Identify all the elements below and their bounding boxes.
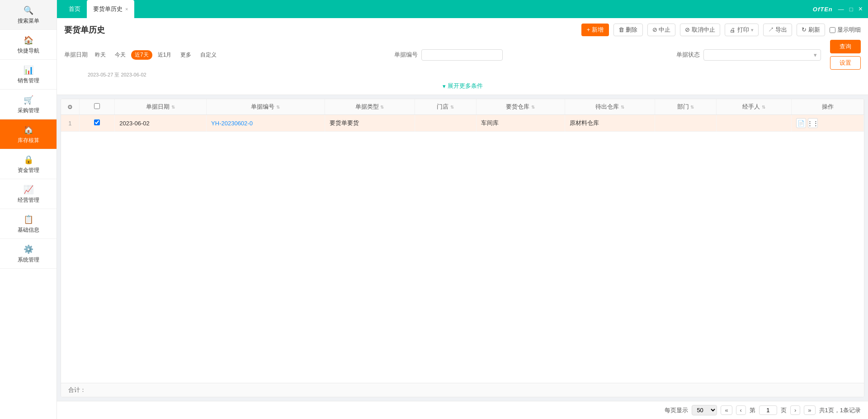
sidebar-item-system-mgmt[interactable]: ⚙️ 系统管理	[0, 239, 57, 269]
tab-order-history[interactable]: 要货单历史 ×	[87, 0, 134, 18]
sort-handler-icon[interactable]: ⇅	[762, 105, 765, 110]
order-no-link[interactable]: YH-20230602-0	[211, 120, 253, 127]
system-icon: ⚙️	[24, 244, 33, 254]
sort-date-icon[interactable]: ⇅	[171, 105, 175, 110]
status-filter-group: 单据状态 ▾	[676, 49, 821, 61]
inventory-icon: 🏠	[24, 125, 33, 135]
shortcut-more[interactable]: 更多	[177, 50, 195, 60]
row-action-icons: 📄 ⋮⋮	[796, 118, 859, 128]
row-checkbox-cell	[79, 115, 115, 132]
refresh-button[interactable]: ↻ 刷新	[797, 24, 825, 36]
status-select[interactable]: ▾	[703, 49, 821, 61]
print-button[interactable]: 🖨 🖨 打印 打印 ▾	[725, 24, 759, 36]
orders-table: ⚙ 单据日期 ⇅ 单据编号 ⇅	[61, 99, 864, 132]
purchase-icon: 🛒	[24, 95, 33, 105]
delete-button[interactable]: 🗑 删除	[613, 24, 643, 36]
new-button[interactable]: + 新增	[581, 24, 609, 36]
row-handler	[717, 115, 792, 132]
col-date: 单据日期 ⇅	[115, 99, 207, 115]
maximize-button[interactable]: □	[849, 6, 853, 13]
row-num: 1	[61, 115, 79, 132]
sort-pending-warehouse-icon[interactable]: ⇅	[621, 105, 624, 110]
col-handler: 经手人 ⇅	[717, 99, 792, 115]
expand-more-button[interactable]: ▾ 展开更多条件	[64, 82, 861, 90]
sort-store-icon[interactable]: ⇅	[450, 105, 454, 110]
sidebar-item-inventory[interactable]: 🏠 库存核算	[0, 119, 57, 149]
sidebar-item-finance-mgmt[interactable]: 🔒 资金管理	[0, 149, 57, 179]
date-range-display: 2023-05-27 至 2023-06-02	[88, 71, 861, 78]
topbar: 首页 要货单历史 × OfTEn — □ ×	[57, 0, 868, 18]
col-gear: ⚙	[61, 99, 79, 115]
row-req-warehouse: 车间库	[476, 115, 565, 132]
display-detail-toggle[interactable]: 显示明细	[830, 26, 861, 34]
shortcut-7days[interactable]: 近7天	[131, 50, 152, 60]
query-button[interactable]: 查询	[830, 40, 861, 53]
table-scroll: ⚙ 单据日期 ⇅ 单据编号 ⇅	[61, 99, 864, 383]
shortcut-1month[interactable]: 近1月	[154, 50, 175, 60]
shortcut-yesterday[interactable]: 昨天	[91, 50, 109, 60]
pagination-bar: 每页显示 20 50 100 200 « ‹ 第 页 › » 共1页，1条记录	[57, 401, 868, 419]
stop-button[interactable]: ⊘ 中止	[647, 24, 676, 36]
order-no-label: 单据编号	[394, 51, 418, 59]
sidebar: 🔍 搜索菜单 🏠 快捷导航 📊 销售管理 🛒 采购管理 🏠 库存核算 🔒 资金管…	[0, 0, 57, 419]
select-all-checkbox[interactable]	[94, 103, 100, 109]
row-more-icon[interactable]: ⋮⋮	[808, 118, 818, 128]
content-area: 要货单历史 + 新增 🗑 删除 ⊘ 中止 ⊘ 取消中止 🖨 🖨 打印 打印 ▾ …	[57, 18, 868, 419]
page-title-row: 要货单历史 + 新增 🗑 删除 ⊘ 中止 ⊘ 取消中止 🖨 🖨 打印 打印 ▾ …	[64, 24, 861, 36]
sort-order-type-icon[interactable]: ⇅	[380, 105, 384, 110]
status-label: 单据状态	[676, 51, 700, 59]
sales-icon: 📊	[24, 65, 33, 75]
first-page-button[interactable]: «	[721, 405, 732, 415]
sidebar-item-sales-mgmt[interactable]: 📊 销售管理	[0, 60, 57, 90]
row-edit-icon[interactable]: 📄	[796, 118, 806, 128]
close-tab-icon[interactable]: ×	[125, 6, 128, 12]
col-pending-warehouse: 待出仓库 ⇅	[565, 99, 655, 115]
sort-req-warehouse-icon[interactable]: ⇅	[531, 105, 535, 110]
shortcut-custom[interactable]: 自定义	[197, 50, 220, 60]
status-select-arrow: ▾	[814, 52, 817, 58]
prev-page-button[interactable]: ‹	[736, 405, 746, 415]
col-req-warehouse: 要货仓库 ⇅	[476, 99, 565, 115]
row-department	[655, 115, 717, 132]
toolbar: + 新增 🗑 删除 ⊘ 中止 ⊘ 取消中止 🖨 🖨 打印 打印 ▾ ↗ 导出 ↻…	[581, 24, 861, 36]
sort-order-no-icon[interactable]: ⇅	[276, 105, 280, 110]
basic-info-icon: 📋	[24, 214, 33, 224]
row-pending-warehouse: 原材料仓库	[565, 115, 655, 132]
filter-row: 单据日期 昨天 今天 近7天 近1月 更多 自定义 单据编号	[64, 40, 861, 70]
sidebar-item-quick-nav[interactable]: 🏠 快捷导航	[0, 30, 57, 60]
export-button[interactable]: ↗ 导出	[763, 24, 793, 36]
minimize-button[interactable]: —	[838, 6, 844, 13]
topbar-right: OfTEn — □ ×	[813, 5, 863, 13]
tab-home[interactable]: 首页	[62, 0, 87, 18]
page-header: 要货单历史 + 新增 🗑 删除 ⊘ 中止 ⊘ 取消中止 🖨 🖨 打印 打印 ▾ …	[57, 18, 868, 95]
gear-icon[interactable]: ⚙	[67, 104, 73, 110]
sort-department-icon[interactable]: ⇅	[690, 105, 694, 110]
cancel-stop-button[interactable]: ⊘ 取消中止	[680, 24, 720, 36]
setting-button[interactable]: 设置	[830, 56, 861, 70]
order-no-filter-group: 单据编号	[394, 49, 503, 61]
sidebar-item-basic-info[interactable]: 📋 基础信息	[0, 209, 57, 239]
close-window-button[interactable]: ×	[859, 5, 863, 13]
sidebar-item-search-menu[interactable]: 🔍 搜索菜单	[0, 0, 57, 30]
col-department: 部门 ⇅	[655, 99, 717, 115]
shortcut-today[interactable]: 今天	[111, 50, 129, 60]
display-detail-checkbox[interactable]	[830, 27, 835, 33]
row-actions: 📄 ⋮⋮	[792, 115, 864, 132]
ops-icon: 📈	[24, 185, 33, 195]
search-menu-icon: 🔍	[24, 5, 33, 15]
row-checkbox[interactable]	[94, 119, 100, 125]
row-date: 2023-06-02	[115, 115, 207, 132]
date-shortcuts: 昨天 今天 近7天 近1月 更多 自定义	[91, 50, 220, 60]
col-order-no: 单据编号 ⇅	[207, 99, 325, 115]
col-checkbox	[79, 99, 115, 115]
next-page-button[interactable]: ›	[790, 405, 800, 415]
page-number-input[interactable]	[759, 405, 777, 415]
table-row: 1 2023-06-02 YH-20230602-0	[61, 115, 864, 132]
last-page-button[interactable]: »	[804, 405, 815, 415]
row-order-no: YH-20230602-0	[207, 115, 325, 132]
sidebar-item-ops-mgmt[interactable]: 📈 经营管理	[0, 179, 57, 209]
per-page-select[interactable]: 20 50 100 200	[692, 405, 717, 415]
order-no-input[interactable]	[421, 49, 503, 61]
sidebar-item-purchase-mgmt[interactable]: 🛒 采购管理	[0, 90, 57, 119]
date-filter-group: 单据日期 昨天 今天 近7天 近1月 更多 自定义	[64, 50, 220, 60]
